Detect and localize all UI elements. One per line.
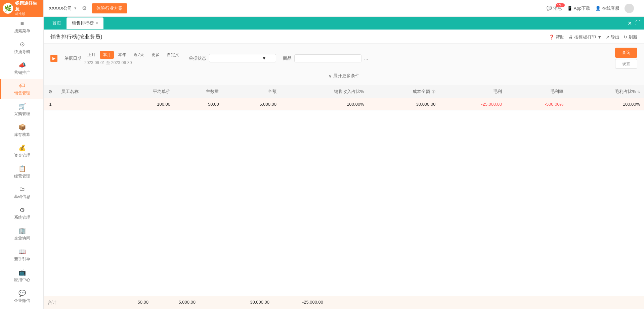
sidebar-item-search[interactable]: ≡ 搜索菜单: [0, 17, 43, 37]
message-button[interactable]: 💬 消息 99+: [547, 5, 562, 11]
message-icon: 💬: [547, 6, 552, 11]
tab-sales-ranking[interactable]: 销售排行榜 ×: [67, 17, 103, 29]
col-cost: 成本全额 ⓘ: [368, 85, 440, 98]
table-container: ⚙ 员工名称 平均单价 主数量 全额 销售收入占比% 成本全额 ⓘ 毛利 毛利率: [44, 85, 644, 296]
footer-label: 合计: [48, 300, 115, 306]
service-icon: 👤: [595, 6, 601, 11]
status-select-arrow: ▼: [262, 56, 266, 61]
expand-window-icon[interactable]: ⛶: [635, 20, 641, 26]
tab-close-icon[interactable]: ×: [96, 21, 98, 25]
main-area: XXXXX公司 ▼ ⚙ 体验行业方案 💬 消息 99+ 📱 App下载 👤 在线…: [44, 0, 644, 309]
col-settings[interactable]: ⚙: [44, 85, 57, 98]
sidebar-item-shortcut[interactable]: ⊙ 快捷导航: [0, 37, 43, 58]
export-button[interactable]: ↗ 导出: [606, 34, 619, 40]
system-icon: ⚙: [19, 206, 25, 214]
online-service-button[interactable]: 👤 在线客服: [595, 5, 619, 11]
inventory-icon: 📦: [18, 123, 26, 131]
guide-icon: 📖: [18, 248, 26, 255]
cell-main-qty: 50.00: [174, 98, 223, 110]
trial-button[interactable]: 体验行业方案: [92, 3, 127, 13]
operations-icon: 📋: [18, 165, 26, 172]
appstore-icon: 📺: [18, 269, 26, 276]
goods-filter-label: 商品: [283, 55, 292, 61]
sidebar-item-sales[interactable]: 🏷 销售管理: [0, 79, 43, 99]
cell-gross-rate: -500.00%: [506, 98, 567, 110]
status-filter-group: 单据状态 ▼: [189, 54, 276, 62]
sidebar-item-inventory[interactable]: 📦 库存核算: [0, 120, 43, 141]
tabbar: 首页 销售排行榜 × ✕ ⛶: [44, 17, 644, 30]
close-window-icon[interactable]: ✕: [628, 20, 632, 27]
page-header: 销售排行榜(按业务员) ❓ 帮助 🖨 按模板打印 ▼ ↗ 导出 ↻ 刷新: [44, 30, 644, 44]
user-avatar[interactable]: [625, 4, 634, 13]
filter-row-1: ▶ 单据日期 上月 本月 本年 近7天 更多 自定义 20: [50, 48, 637, 69]
expand-more-button[interactable]: ∨ 展开更多条件: [52, 73, 635, 79]
home-tab-label: 首页: [52, 20, 61, 26]
sidebar-item-appstore[interactable]: 📺 应用中心: [0, 265, 43, 286]
topbar: XXXXX公司 ▼ ⚙ 体验行业方案 💬 消息 99+ 📱 App下载 👤 在线…: [44, 0, 644, 17]
sidebar-item-guide[interactable]: 📖 新手引导: [0, 245, 43, 265]
sidebar-item-member[interactable]: 👑 畅会员: [0, 307, 43, 309]
print-button[interactable]: 🖨 按模板打印 ▼: [568, 34, 602, 40]
help-button[interactable]: ❓ 帮助: [549, 34, 564, 40]
footer-main-qty: 50.00: [122, 300, 148, 306]
cell-gross-pct: 100.00%: [567, 98, 644, 110]
goods-input[interactable]: [294, 54, 361, 62]
settings-button[interactable]: 设置: [615, 59, 637, 69]
cell-sales-pct: 100.00%: [281, 98, 368, 110]
filter-actions: 查询 设置: [615, 48, 637, 69]
sidebar-item-finance[interactable]: 💰 资金管理: [0, 141, 43, 162]
service-label: 在线客服: [602, 5, 619, 11]
col-gross: 毛利: [439, 85, 506, 98]
sidebar-item-wechat[interactable]: 💬 企业微信: [0, 286, 43, 307]
gross-pct-sort-icon[interactable]: ⇅: [637, 90, 640, 94]
sidebar-item-marketing[interactable]: 📣 营销推广: [0, 58, 43, 79]
sidebar-item-system[interactable]: ⚙ 系统管理: [0, 203, 43, 224]
date-tab-this-month[interactable]: 本月: [100, 51, 114, 59]
company-name: XXXXX公司: [49, 5, 72, 11]
sidebar-item-operations[interactable]: 📋 经营管理: [0, 162, 43, 183]
app-icon: 📱: [567, 6, 572, 11]
filter-expand-icon[interactable]: ▶: [50, 55, 57, 62]
export-icon: ↗: [606, 35, 609, 40]
page-title: 销售排行榜(按业务员): [50, 34, 102, 41]
sales-ranking-table: ⚙ 员工名称 平均单价 主数量 全额 销售收入占比% 成本全额 ⓘ 毛利 毛利率: [44, 85, 644, 110]
goods-more-icon[interactable]: …: [364, 56, 368, 61]
sidebar-item-purchase[interactable]: 🛒 采购管理: [0, 99, 43, 120]
marketing-icon: 📣: [18, 61, 26, 69]
date-tab-more[interactable]: 更多: [148, 51, 163, 59]
message-badge: 99+: [556, 3, 565, 7]
sidebar-logo: 🌿 畅康通好生意 标准版: [0, 0, 43, 17]
cell-rank: 1: [44, 98, 57, 110]
date-range-display: 2023-06-01 至 2023-06-30: [84, 60, 182, 66]
query-button[interactable]: 查询: [615, 48, 637, 58]
logo-text: 畅康通好生意 标准版: [15, 1, 41, 16]
date-tab-this-year[interactable]: 本年: [115, 51, 129, 59]
column-settings-icon[interactable]: ⚙: [48, 89, 52, 94]
footer-gross: -25,000.00: [296, 300, 323, 306]
status-select[interactable]: ▼: [209, 54, 276, 62]
settings-gear-icon[interactable]: ⚙: [82, 5, 87, 11]
col-gross-rate: 毛利率: [506, 85, 567, 98]
cost-info-icon[interactable]: ⓘ: [432, 90, 435, 94]
date-tab-custom[interactable]: 自定义: [164, 51, 182, 59]
table-row: 1 100.00 50.00 5,000.00 100.00% 30,000.0…: [44, 98, 644, 110]
sidebar-item-corp[interactable]: 🏢 企业协同: [0, 224, 43, 245]
sales-icon: 🏷: [19, 82, 25, 89]
date-tab-last-month[interactable]: 上月: [84, 51, 98, 59]
sidebar-item-basic[interactable]: 🗂 基础信息: [0, 183, 43, 203]
cell-avg-price: 100.00: [116, 98, 175, 110]
date-tab-7days[interactable]: 近7天: [131, 51, 147, 59]
filter-toggle-icon[interactable]: ▶: [50, 55, 57, 62]
corp-icon: 🏢: [18, 227, 26, 235]
date-tabs: 上月 本月 本年 近7天 更多 自定义: [84, 51, 182, 59]
refresh-button[interactable]: ↻ 刷新: [624, 34, 637, 40]
cell-cost: 30,000.00: [368, 98, 440, 110]
company-selector[interactable]: XXXXX公司 ▼: [49, 5, 77, 11]
active-tab-label: 销售排行榜: [72, 20, 94, 26]
page-actions: ❓ 帮助 🖨 按模板打印 ▼ ↗ 导出 ↻ 刷新: [549, 34, 637, 40]
col-main-qty: 主数量: [174, 85, 223, 98]
wechat-icon: 💬: [18, 290, 26, 297]
table-footer: 合计 50.00 5,000.00 30,000.00 -25,000.00: [44, 296, 644, 309]
tab-home[interactable]: 首页: [47, 17, 67, 29]
app-download-button[interactable]: 📱 App下载: [567, 5, 590, 11]
